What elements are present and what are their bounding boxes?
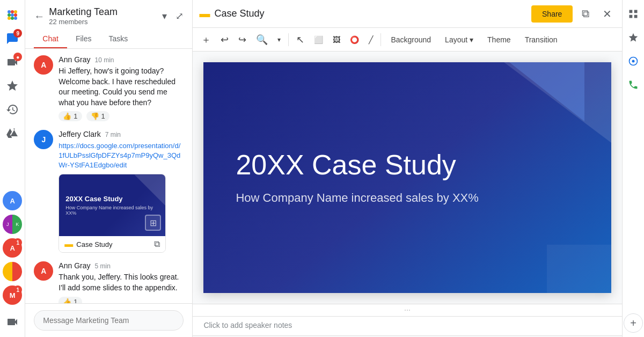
undo-button[interactable]: ↩: [216, 32, 233, 48]
svg-point-7: [11, 17, 14, 20]
sidebar-item-video[interactable]: [2, 311, 23, 333]
user-avatar-2[interactable]: J K: [3, 215, 22, 234]
select-tool[interactable]: ↖: [292, 32, 309, 48]
drag-handle[interactable]: ⋯: [193, 304, 622, 316]
msg-avatar-ann-2: A: [34, 261, 53, 281]
presentation-title: Case Study: [214, 8, 264, 19]
message-2: J Jeffery Clark 7 min https://docs.googl…: [34, 130, 184, 253]
text-tool[interactable]: ⬜: [310, 33, 327, 46]
msg-avatar-jeffery: J: [34, 130, 53, 149]
add-panel-button[interactable]: +: [624, 313, 643, 333]
slides-app-icon: ▬: [199, 8, 210, 20]
meet-badge: ●: [13, 53, 22, 61]
tab-files[interactable]: Files: [67, 30, 100, 48]
svg-point-2: [14, 10, 17, 13]
shape-tool[interactable]: ⭕: [346, 33, 363, 46]
theme-button[interactable]: Theme: [481, 32, 517, 47]
slide-subtitle: How Company Name increased sales by XX%: [236, 192, 478, 206]
msg-time-1: 10 min: [95, 56, 114, 64]
reaction-count-1a: 1: [74, 112, 77, 120]
user-avatar-4-wrap: [3, 262, 22, 281]
open-in-new-icon[interactable]: ⧉: [577, 5, 594, 23]
expand-icon[interactable]: ⤢: [175, 10, 184, 22]
slide-thumb-deco2: ⊞: [145, 215, 161, 231]
reaction-count-3a: 1: [74, 298, 77, 303]
presentation-toolbar: ＋ ↩ ↪ 🔍 ▾ ↖ ⬜ 🖼 ⭕ ╱ Background Layout ▾ …: [193, 28, 622, 52]
svg-point-0: [8, 10, 11, 13]
open-external-icon[interactable]: ⧉: [154, 239, 160, 249]
msg-text-1: Hi Jeffery, how's it going today? Welcom…: [58, 66, 184, 108]
zoom-button[interactable]: 🔍: [252, 32, 272, 48]
sidebar-item-starred[interactable]: [2, 75, 23, 97]
presentation-main: 20XX Case Study How Company Name increas…: [193, 52, 622, 337]
speaker-notes[interactable]: Click to add speaker notes: [193, 316, 622, 335]
reaction-thumbsup-3[interactable]: 👍 1: [58, 297, 82, 303]
slide-canvas: 20XX Case Study How Company Name increas…: [203, 62, 611, 293]
meet-view-icon[interactable]: [624, 52, 643, 71]
dropdown-icon[interactable]: ▾: [162, 10, 167, 22]
presentation-title-area: ▬ Case Study: [199, 8, 527, 20]
insert-button[interactable]: ＋: [197, 31, 215, 48]
slide-preview-card[interactable]: 20XX Case Study How Company Name increas…: [58, 174, 166, 253]
user-avatar-4[interactable]: [3, 262, 22, 281]
slide-thumb-sub: How Company Name increased sales by XX%: [65, 205, 160, 216]
msg-content-3: Ann Gray 5 min Thank you, Jeffery. This …: [58, 261, 184, 303]
star-view-icon[interactable]: [624, 28, 643, 47]
team-members: 22 members: [49, 18, 118, 26]
slide-canvas-area[interactable]: 20XX Case Study How Company Name increas…: [193, 52, 622, 304]
msg-text-3: Thank you, Jeffery. This looks great. I'…: [58, 272, 184, 293]
message-1: A Ann Gray 10 min Hi Jeffery, how's it g…: [34, 55, 184, 121]
presentation-header: ▬ Case Study Share ⧉ ✕: [193, 0, 622, 28]
background-button[interactable]: Background: [384, 32, 437, 47]
msg-link-2[interactable]: https://docs.google.com/presentation/d/1…: [58, 142, 180, 169]
slide-main-title: 20XX Case Study: [236, 150, 478, 180]
tab-chat[interactable]: Chat: [34, 30, 67, 48]
toolbar-sep-2: [380, 33, 381, 46]
sidebar-item-meet[interactable]: ●: [2, 52, 23, 73]
msg-time-3: 5 min: [95, 262, 111, 270]
user-avatar-1[interactable]: A: [3, 191, 22, 210]
sidebar-item-history[interactable]: [2, 99, 23, 120]
grid-view-icon[interactable]: [624, 4, 643, 24]
close-icon[interactable]: ✕: [598, 5, 616, 23]
message-input[interactable]: [34, 310, 184, 331]
svg-point-1: [11, 10, 14, 13]
svg-point-5: [14, 13, 17, 17]
sidebar-item-drive[interactable]: [2, 122, 23, 144]
chat-panel: ← Marketing Team 22 members ▾ ⤢ Chat Fil…: [25, 0, 193, 337]
chat-header: ← Marketing Team 22 members ▾ ⤢ Chat Fil…: [25, 0, 192, 49]
sidebar-item-chat[interactable]: 9: [2, 28, 23, 49]
pres-header-icons: ⧉ ✕: [577, 5, 616, 23]
slide-deco-mid-right: [509, 62, 584, 121]
reaction-thumbsdown-1[interactable]: 👎 1: [86, 111, 109, 121]
redo-button[interactable]: ↪: [234, 32, 251, 48]
msg-name-3: Ann Gray: [58, 261, 90, 270]
reaction-thumbsup-1[interactable]: 👍 1: [58, 111, 82, 121]
svg-point-4: [11, 13, 14, 17]
svg-point-8: [14, 17, 17, 20]
user-avatar-m-wrap: M 1: [3, 285, 22, 305]
line-tool[interactable]: ╱: [364, 33, 377, 46]
google-apps-icon[interactable]: [2, 4, 23, 26]
user-avatar-3-wrap: A 1: [3, 238, 22, 258]
left-sidebar: 9 ● A J K A 1: [0, 0, 25, 337]
back-button[interactable]: ←: [34, 10, 45, 23]
chat-messages: A Ann Gray 10 min Hi Jeffery, how's it g…: [25, 49, 192, 303]
svg-point-6: [8, 17, 11, 20]
layout-button[interactable]: Layout ▾: [438, 32, 480, 47]
right-panel: +: [622, 0, 644, 337]
slide-card-label: Case Study: [76, 240, 112, 248]
slide-text-area: 20XX Case Study How Company Name increas…: [236, 150, 478, 205]
chat-badge: 9: [13, 29, 22, 38]
transition-button[interactable]: Transition: [518, 32, 564, 47]
speaker-notes-text: Click to add speaker notes: [203, 321, 292, 329]
share-button[interactable]: Share: [531, 5, 573, 23]
slide-deco-bottom: [547, 245, 611, 293]
phone-view-icon[interactable]: [624, 75, 643, 94]
chat-tabs: Chat Files Tasks: [34, 30, 184, 48]
image-tool[interactable]: 🖼: [328, 33, 345, 46]
toolbar-sep-1: [288, 33, 289, 46]
msg-content-2: Jeffery Clark 7 min https://docs.google.…: [58, 130, 184, 253]
zoom-dropdown[interactable]: ▾: [273, 34, 285, 46]
tab-tasks[interactable]: Tasks: [100, 30, 137, 48]
